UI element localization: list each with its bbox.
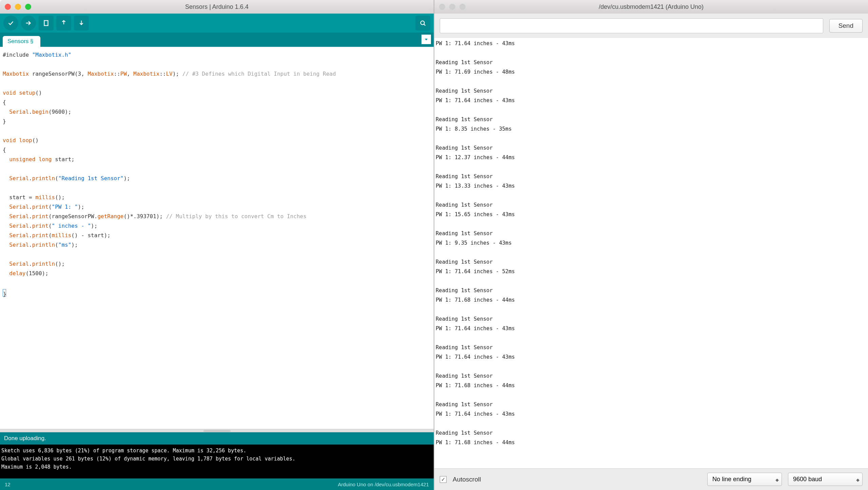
footer-board-port: Arduino Uno on /dev/cu.usbmodem1421	[338, 482, 429, 487]
new-sketch-button[interactable]	[39, 16, 54, 31]
console-output[interactable]: Sketch uses 6,836 bytes (21%) of program…	[0, 445, 434, 478]
editor-console-splitter[interactable]	[0, 429, 434, 432]
baud-rate-select[interactable]: 9600 baud	[788, 473, 863, 486]
autoscroll-checkbox[interactable]: ✓	[440, 476, 447, 483]
svg-marker-6	[425, 39, 428, 40]
save-sketch-button[interactable]	[74, 16, 89, 31]
serial-output[interactable]: PW 1: 71.64 inches - 43ms Reading 1st Se…	[434, 38, 868, 468]
serial-monitor-window: /dev/cu.usbmodem1421 (Arduino Uno) Send …	[434, 0, 868, 490]
code-editor[interactable]: #include "Maxbotix.h" Maxbotix rangeSens…	[0, 47, 434, 429]
footer-bar: 12 Arduino Uno on /dev/cu.usbmodem1421	[0, 478, 434, 490]
svg-line-5	[424, 24, 426, 26]
open-sketch-button[interactable]	[56, 16, 71, 31]
send-button[interactable]: Send	[829, 19, 863, 33]
serial-send-input[interactable]	[440, 18, 823, 33]
autoscroll-label: Autoscroll	[453, 476, 481, 483]
ide-window-title: Sensors | Arduino 1.6.4	[0, 3, 434, 11]
status-bar: Done uploading.	[0, 432, 434, 445]
monitor-bottom-bar: ✓ Autoscroll No line ending 9600 baud	[434, 468, 868, 490]
line-ending-select[interactable]: No line ending	[707, 473, 782, 486]
monitor-titlebar[interactable]: /dev/cu.usbmodem1421 (Arduino Uno)	[434, 0, 868, 14]
tab-menu-button[interactable]	[421, 35, 431, 44]
ide-titlebar[interactable]: Sensors | Arduino 1.6.4	[0, 0, 434, 14]
monitor-window-title: /dev/cu.usbmodem1421 (Arduino Uno)	[434, 3, 868, 11]
tab-sensors[interactable]: Sensors §	[3, 36, 40, 47]
arduino-ide-window: Sensors | Arduino 1.6.4 Sensors § #inclu…	[0, 0, 434, 490]
tab-bar: Sensors §	[0, 33, 434, 47]
verify-button[interactable]	[3, 16, 18, 31]
ide-toolbar	[0, 14, 434, 33]
footer-line-number: 12	[5, 482, 11, 487]
upload-button[interactable]	[21, 16, 36, 31]
svg-rect-1	[44, 21, 48, 26]
send-row: Send	[434, 14, 868, 38]
serial-monitor-button[interactable]	[415, 16, 430, 31]
